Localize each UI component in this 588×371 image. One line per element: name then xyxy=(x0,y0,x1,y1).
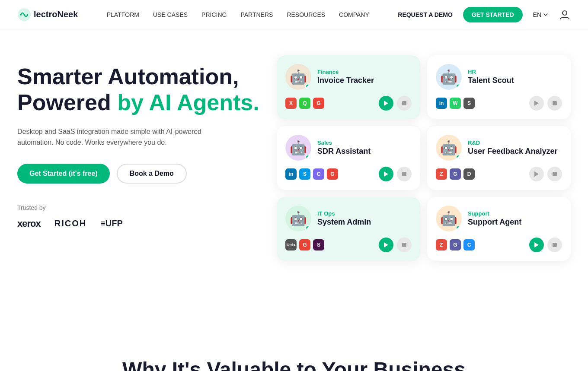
agent-icons-itops: Ctrix G S xyxy=(285,239,324,251)
book-demo-button[interactable]: Book a Demo xyxy=(117,164,187,184)
stop-button-sales[interactable] xyxy=(397,167,412,181)
agent-avatar-sales: 🤖 xyxy=(285,135,311,161)
agent-info-hr: HR Talent Scout xyxy=(468,69,514,85)
agent-name-itops: System Admin xyxy=(317,218,371,227)
svg-point-1 xyxy=(20,14,22,16)
agent-name-rnd: User Feedback Analyzer xyxy=(468,147,557,156)
app-icon-crm: C xyxy=(313,168,324,180)
app-icon-whatsapp: W xyxy=(450,98,461,109)
avatar-dot-hr xyxy=(456,84,461,89)
avatar-dot-rnd xyxy=(456,155,461,160)
agent-icons-support: Z G C xyxy=(436,239,475,251)
play-button-itops[interactable] xyxy=(379,238,393,252)
xerox-logo: xerox xyxy=(17,218,41,229)
hero-left: Smarter Automation, Powered by AI Agents… xyxy=(17,55,259,229)
agent-avatar-finance: 🤖 xyxy=(285,64,311,90)
agent-name-sales: SDR Assistant xyxy=(317,147,371,156)
agent-avatar-support: 🤖 xyxy=(436,206,462,231)
app-icon-github: G xyxy=(450,168,461,180)
agent-info-finance: Finance Invoice Tracker xyxy=(317,69,374,85)
agent-controls-support xyxy=(529,238,562,252)
stop-button-itops[interactable] xyxy=(397,238,412,252)
agent-icons-hr: in W S xyxy=(436,98,475,109)
nav-pricing[interactable]: PRICING xyxy=(201,11,227,18)
agent-info-itops: IT Ops System Admin xyxy=(317,210,371,227)
app-icon-gmail: G xyxy=(313,98,324,109)
agent-header-rnd: 🤖 R&D User Feedback Analyzer xyxy=(436,135,562,161)
nav-use-cases[interactable]: USE CASES xyxy=(153,11,188,18)
agent-info-sales: Sales SDR Assistant xyxy=(317,140,371,156)
play-button-rnd[interactable] xyxy=(529,167,544,181)
stop-button-rnd[interactable] xyxy=(547,167,562,181)
avatar-dot-finance xyxy=(305,84,310,89)
agent-category-hr: HR xyxy=(468,69,514,75)
stop-icon-support xyxy=(553,243,557,247)
agent-controls-finance xyxy=(379,96,412,111)
agent-card-rnd: 🤖 R&D User Feedback Analyzer Z G D xyxy=(427,126,571,190)
play-icon-support xyxy=(534,242,539,248)
play-icon-sales xyxy=(383,171,389,177)
agent-name-finance: Invoice Tracker xyxy=(317,76,374,85)
agent-card-support: 🤖 Support Support Agent Z G C xyxy=(427,197,571,261)
ufp-logo: ≡UFP xyxy=(100,219,123,228)
agent-footer-finance: X Q G xyxy=(285,96,412,111)
hero-title: Smarter Automation, Powered by AI Agents… xyxy=(17,64,259,116)
app-icon-zapier: Z xyxy=(436,168,447,180)
agent-footer-sales: in S C G xyxy=(285,167,412,181)
app-icon-slack-hr: S xyxy=(463,98,475,109)
hero-section: Smarter Automation, Powered by AI Agents… xyxy=(0,29,588,323)
logo-text: lectroNeek xyxy=(34,10,78,19)
user-icon[interactable] xyxy=(559,9,571,21)
agent-info-support: Support Support Agent xyxy=(468,210,521,227)
agent-category-rnd: R&D xyxy=(468,140,557,146)
app-icon-quickbooks: Q xyxy=(299,98,310,109)
agent-footer-hr: in W S xyxy=(436,96,562,111)
agent-controls-hr xyxy=(529,96,562,111)
chevron-down-icon xyxy=(543,12,548,17)
svg-point-2 xyxy=(562,11,567,15)
agent-icons-sales: in S C G xyxy=(285,168,338,180)
agent-info-rnd: R&D User Feedback Analyzer xyxy=(468,140,557,156)
stop-button-finance[interactable] xyxy=(397,96,412,111)
hero-buttons: Get Started (it's free) Book a Demo xyxy=(17,164,259,184)
agent-controls-sales xyxy=(379,167,412,181)
nav-platform[interactable]: PLATFORM xyxy=(107,11,139,18)
app-icon-slack-itops: S xyxy=(313,239,324,251)
stop-button-support[interactable] xyxy=(547,238,562,252)
get-started-nav-button[interactable]: GET STARTED xyxy=(463,7,523,22)
agent-header-sales: 🤖 Sales SDR Assistant xyxy=(285,135,412,161)
stop-icon-rnd xyxy=(553,172,557,176)
nav-partners[interactable]: PARTNERS xyxy=(240,11,273,18)
agent-header-support: 🤖 Support Support Agent xyxy=(436,206,562,231)
agent-controls-rnd xyxy=(529,167,562,181)
stop-icon-sales xyxy=(402,172,406,176)
bottom-title: Why It's Valuable to Your Business xyxy=(17,358,571,371)
stop-icon-hr xyxy=(553,101,557,105)
play-button-support[interactable] xyxy=(529,238,544,252)
nav-resources[interactable]: RESOURCES xyxy=(287,11,325,18)
app-icon-doc: D xyxy=(463,168,475,180)
play-button-hr[interactable] xyxy=(529,96,544,111)
get-started-button[interactable]: Get Started (it's free) xyxy=(17,164,110,184)
agent-category-sales: Sales xyxy=(317,140,371,146)
app-icon-gmail-sales: G xyxy=(327,168,338,180)
play-icon-hr xyxy=(534,100,539,106)
app-icon-linkedin: in xyxy=(436,98,447,109)
play-button-sales[interactable] xyxy=(379,167,393,181)
hero-right: 🤖 Finance Invoice Tracker X Q G xyxy=(259,55,571,261)
stop-button-hr[interactable] xyxy=(547,96,562,111)
agent-header-finance: 🤖 Finance Invoice Tracker xyxy=(285,64,412,90)
app-icon-github-support: G xyxy=(450,239,461,251)
agent-card-hr: 🤖 HR Talent Scout in W S xyxy=(427,55,571,119)
agent-footer-support: Z G C xyxy=(436,238,562,252)
play-button-finance[interactable] xyxy=(379,96,393,111)
nav-company[interactable]: COMPANY xyxy=(339,11,369,18)
app-icon-linkedin-sales: in xyxy=(285,168,297,180)
hero-description: Desktop and SaaS integration made simple… xyxy=(17,126,225,148)
stop-icon xyxy=(402,101,406,105)
nav-links: PLATFORM USE CASES PRICING PARTNERS RESO… xyxy=(107,11,369,18)
language-selector[interactable]: EN xyxy=(533,11,548,18)
agent-avatar-hr: 🤖 xyxy=(436,64,462,90)
request-demo-button[interactable]: REQUEST A DEMO xyxy=(398,11,453,18)
logo[interactable]: lectroNeek xyxy=(17,8,78,22)
